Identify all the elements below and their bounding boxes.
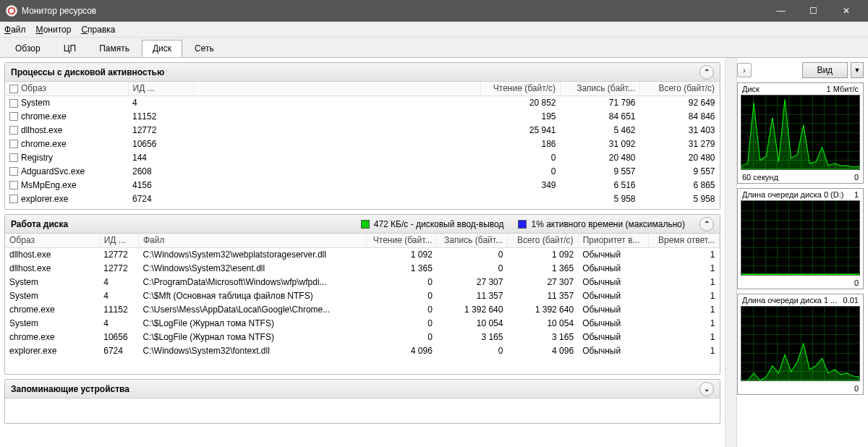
maximize-button[interactable]: ☐ bbox=[797, 0, 830, 22]
view-dropdown-icon[interactable]: ▼ bbox=[851, 62, 864, 78]
chart-canvas bbox=[741, 95, 860, 170]
active-time-indicator: 1% активного времени (максимально) bbox=[518, 219, 685, 229]
checkbox-icon[interactable] bbox=[9, 126, 18, 135]
table-row[interactable]: dllhost.exe12772C:\Windows\System32\webp… bbox=[5, 247, 720, 261]
io-indicator: 472 КБ/с - дисковый ввод-вывод bbox=[361, 219, 504, 229]
table-row[interactable]: dllhost.exe12772C:\Windows\System32\esen… bbox=[5, 261, 720, 275]
checkbox-icon[interactable] bbox=[9, 112, 18, 121]
storage-title: Запоминающие устройства bbox=[11, 384, 129, 394]
chart-scale: 0.01 bbox=[843, 296, 859, 305]
close-button[interactable]: ✕ bbox=[830, 0, 862, 22]
green-square-icon bbox=[361, 220, 370, 229]
disk-activity-title: Работа диска bbox=[11, 219, 68, 229]
collapse-icon[interactable]: ⌃ bbox=[699, 65, 714, 80]
table-header-row[interactable]: Образ ИД ... Чтение (байт/с) Запись (бай… bbox=[5, 82, 720, 95]
checkbox-icon[interactable] bbox=[9, 195, 18, 203]
svg-marker-0 bbox=[741, 99, 859, 169]
table-row[interactable]: chrome.exe10656C:\$LogFile (Журнал тома … bbox=[5, 330, 720, 344]
processes-panel: Процессы с дисковой активностью ⌃ Образ … bbox=[4, 62, 720, 210]
menu-help[interactable]: Справка bbox=[81, 25, 115, 35]
chart-title: Длина очереди диска 1 ... bbox=[742, 296, 837, 305]
storage-panel: Запоминающие устройства ⌄ bbox=[4, 379, 720, 424]
svg-marker-2 bbox=[741, 344, 859, 380]
checkbox-icon[interactable] bbox=[9, 153, 18, 162]
menubar: Файл Монитор Справка bbox=[0, 22, 868, 38]
svg-marker-1 bbox=[741, 274, 859, 275]
table-row[interactable]: Registry144020 48020 480 bbox=[5, 150, 720, 164]
scrollbar[interactable] bbox=[725, 58, 736, 447]
tab-network[interactable]: Сеть bbox=[184, 40, 225, 57]
table-row[interactable]: MsMpEng.exe41563496 5166 865 bbox=[5, 178, 720, 192]
menu-monitor[interactable]: Монитор bbox=[36, 25, 72, 35]
blue-square-icon bbox=[518, 220, 527, 229]
collapse-icon[interactable]: ⌃ bbox=[699, 217, 714, 231]
chart-footer-right: 0 bbox=[854, 173, 859, 182]
chart-title: Диск bbox=[742, 85, 760, 93]
tabs: Обзор ЦП Память Диск Сеть bbox=[0, 38, 868, 58]
sidebar-toggle-icon[interactable]: › bbox=[737, 63, 752, 77]
table-row[interactable]: System4C:\ProgramData\Microsoft\Windows\… bbox=[5, 275, 720, 289]
table-row[interactable]: chrome.exe1065618631 09231 279 bbox=[5, 137, 720, 150]
checkbox-icon[interactable] bbox=[9, 181, 18, 190]
expand-icon[interactable]: ⌄ bbox=[699, 382, 714, 396]
table-row[interactable]: System4C:\$Mft (Основная таблица файлов … bbox=[5, 289, 720, 302]
chart-scale: 1 Мбит/с bbox=[827, 85, 859, 93]
chart-footer-right: 0 bbox=[854, 384, 859, 393]
table-row[interactable]: explorer.exe6724C:\Windows\System32\font… bbox=[5, 344, 720, 357]
checkbox-icon[interactable] bbox=[9, 140, 18, 148]
table-row[interactable]: chrome.exe11152C:\Users\Mess\AppData\Loc… bbox=[5, 302, 720, 316]
chart-footer-left: 60 секунд bbox=[742, 173, 778, 182]
chart-title: Длина очереди диска 0 (D:) bbox=[742, 190, 843, 199]
table-row[interactable]: explorer.exe67245 9585 958 bbox=[5, 192, 720, 205]
chart-box: Длина очереди диска 0 (D:)10 bbox=[737, 188, 864, 289]
window-title: Монитор ресурсов bbox=[22, 6, 765, 16]
chart-canvas bbox=[741, 200, 860, 276]
table-row[interactable]: AdguardSvc.exe260809 5579 557 bbox=[5, 164, 720, 178]
chart-box: Диск1 Мбит/с60 секунд0 bbox=[737, 82, 864, 184]
checkbox-icon[interactable] bbox=[9, 99, 18, 108]
sidebar: › Вид ▼ Диск1 Мбит/с60 секунд0Длина очер… bbox=[736, 58, 868, 447]
checkbox-icon[interactable] bbox=[9, 85, 18, 93]
table-row[interactable]: dllhost.exe1277225 9415 46231 403 bbox=[5, 123, 720, 137]
tab-memory[interactable]: Память bbox=[88, 40, 140, 57]
tab-overview[interactable]: Обзор bbox=[4, 40, 51, 57]
menu-file[interactable]: Файл bbox=[4, 25, 26, 35]
chart-scale: 1 bbox=[854, 190, 859, 199]
minimize-button[interactable]: — bbox=[765, 0, 797, 22]
view-button[interactable]: Вид bbox=[802, 62, 848, 78]
checkbox-icon[interactable] bbox=[9, 167, 18, 176]
tab-cpu[interactable]: ЦП bbox=[53, 40, 88, 57]
disk-activity-panel: Работа диска 472 КБ/с - дисковый ввод-вы… bbox=[4, 214, 720, 375]
disk-activity-table: Образ ИД ... Файл Чтение (байт... Запись… bbox=[5, 234, 720, 357]
table-row[interactable]: System4C:\$LogFile (Журнал тома NTFS)010… bbox=[5, 316, 720, 330]
app-icon bbox=[6, 5, 17, 17]
table-row[interactable]: System420 85271 79692 649 bbox=[5, 95, 720, 109]
titlebar[interactable]: Монитор ресурсов — ☐ ✕ bbox=[0, 0, 868, 22]
table-header-row[interactable]: Образ ИД ... Файл Чтение (байт... Запись… bbox=[5, 234, 720, 247]
chart-canvas bbox=[741, 306, 860, 381]
processes-table: Образ ИД ... Чтение (байт/с) Запись (бай… bbox=[5, 82, 720, 205]
chart-box: Длина очереди диска 1 ...0.010 bbox=[737, 294, 864, 395]
table-row[interactable]: chrome.exe1115219584 65184 846 bbox=[5, 109, 720, 123]
processes-title: Процессы с дисковой активностью bbox=[11, 67, 164, 77]
chart-footer-right: 0 bbox=[854, 278, 859, 287]
tab-disk[interactable]: Диск bbox=[142, 40, 182, 57]
